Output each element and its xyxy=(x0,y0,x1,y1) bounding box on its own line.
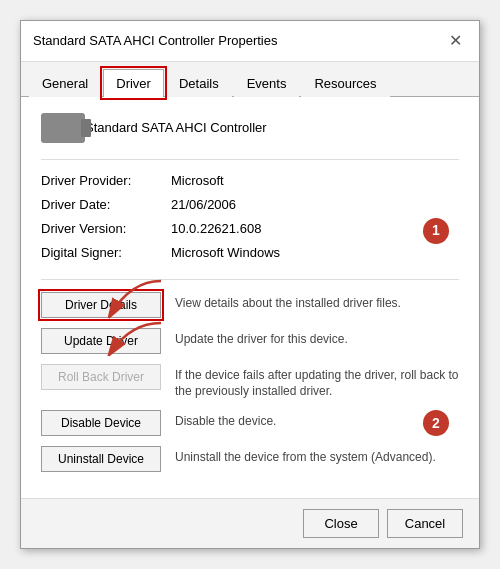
disable-device-desc: Disable the device. xyxy=(175,410,276,430)
digital-signer-row: Digital Signer: Microsoft Windows xyxy=(41,244,459,262)
device-name: Standard SATA AHCI Controller xyxy=(85,120,267,135)
digital-signer-value: Microsoft Windows xyxy=(171,244,280,262)
driver-provider-row: Driver Provider: Microsoft xyxy=(41,172,459,190)
tab-details[interactable]: Details xyxy=(166,69,232,97)
close-button[interactable]: Close xyxy=(303,509,379,538)
update-driver-desc: Update the driver for this device. xyxy=(175,328,348,348)
tab-general[interactable]: General xyxy=(29,69,101,97)
window-title: Standard SATA AHCI Controller Properties xyxy=(33,33,277,48)
badge-2: 2 xyxy=(423,410,449,436)
title-bar: Standard SATA AHCI Controller Properties… xyxy=(21,21,479,62)
roll-back-driver-desc: If the device fails after updating the d… xyxy=(175,364,459,401)
roll-back-driver-row: Roll Back Driver If the device fails aft… xyxy=(41,364,459,401)
driver-version-label: Driver Version: xyxy=(41,220,171,238)
driver-date-row: Driver Date: 21/06/2006 xyxy=(41,196,459,214)
uninstall-device-button[interactable]: Uninstall Device xyxy=(41,446,161,472)
tab-bar: General Driver Details Events Resources xyxy=(21,62,479,97)
driver-info-table: Driver Provider: Microsoft Driver Date: … xyxy=(41,172,459,263)
badge-1: 1 xyxy=(423,218,449,244)
device-icon xyxy=(41,113,85,143)
driver-version-row: Driver Version: 10.0.22621.608 1 xyxy=(41,220,459,238)
device-header: Standard SATA AHCI Controller xyxy=(41,113,459,143)
driver-provider-label: Driver Provider: xyxy=(41,172,171,190)
driver-date-value: 21/06/2006 xyxy=(171,196,236,214)
properties-window: Standard SATA AHCI Controller Properties… xyxy=(20,20,480,549)
uninstall-device-row: Uninstall Device Uninstall the device fr… xyxy=(41,446,459,472)
tab-events[interactable]: Events xyxy=(234,69,300,97)
divider-1 xyxy=(41,159,459,160)
dialog-footer: Close Cancel xyxy=(21,498,479,548)
disable-device-button[interactable]: Disable Device xyxy=(41,410,161,436)
tab-driver[interactable]: Driver xyxy=(103,69,164,97)
disable-device-row: Disable Device Disable the device. 2 xyxy=(41,410,459,436)
roll-back-driver-button[interactable]: Roll Back Driver xyxy=(41,364,161,390)
cancel-button[interactable]: Cancel xyxy=(387,509,463,538)
arrow-2-icon xyxy=(91,318,171,362)
tab-resources[interactable]: Resources xyxy=(301,69,389,97)
window-close-button[interactable]: ✕ xyxy=(443,29,467,53)
driver-details-desc: View details about the installed driver … xyxy=(175,292,401,312)
digital-signer-label: Digital Signer: xyxy=(41,244,171,262)
uninstall-device-desc: Uninstall the device from the system (Ad… xyxy=(175,446,436,466)
driver-date-label: Driver Date: xyxy=(41,196,171,214)
driver-version-value: 10.0.22621.608 xyxy=(171,220,261,238)
tab-content: Standard SATA AHCI Controller Driver Pro… xyxy=(21,97,479,498)
driver-provider-value: Microsoft xyxy=(171,172,224,190)
